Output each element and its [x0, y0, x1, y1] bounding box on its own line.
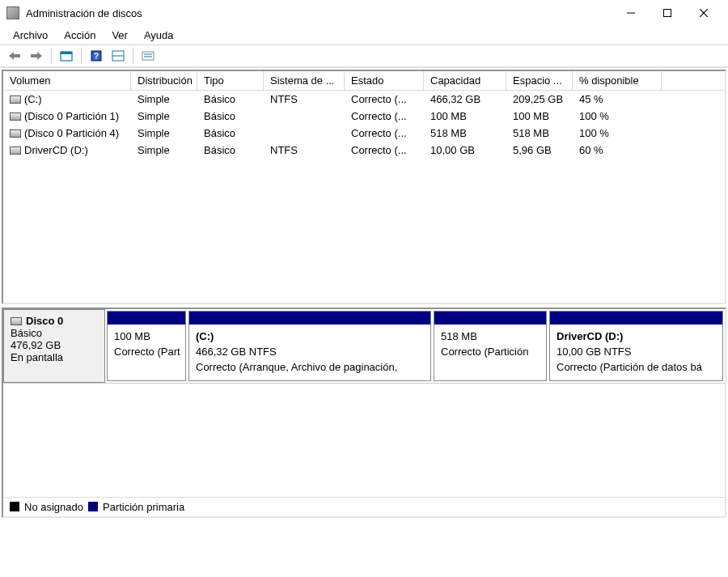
minimize-button[interactable]	[612, 1, 649, 25]
volume-icon	[10, 146, 21, 155]
col-status[interactable]: Estado	[345, 71, 424, 90]
volume-fs: NTFS	[264, 142, 345, 159]
volume-capacity: 10,00 GB	[424, 142, 506, 159]
menu-file[interactable]: Archivo	[5, 28, 56, 43]
partition-status: Correcto (Partición de datos bá	[557, 361, 702, 373]
toolbar: ?	[0, 45, 728, 68]
forward-arrow-icon	[31, 52, 42, 60]
volume-free: 100 MB	[506, 108, 573, 125]
toolbar-separator	[81, 48, 82, 64]
volume-layout: Simple	[131, 125, 197, 142]
menu-action[interactable]: Acción	[56, 28, 104, 43]
volume-type: Básico	[197, 125, 264, 142]
partition-size: 518 MB	[441, 330, 477, 342]
volume-type: Básico	[197, 91, 264, 108]
svg-rect-1	[663, 10, 671, 17]
volume-percent: 60 %	[573, 142, 662, 159]
col-free[interactable]: Espacio ...	[506, 71, 573, 90]
volume-layout: Simple	[131, 142, 197, 159]
volume-row[interactable]: (Disco 0 Partición 1)SimpleBásicoCorrect…	[3, 108, 725, 125]
menu-bar: Archivo Acción Ver Ayuda	[0, 26, 728, 45]
close-icon	[700, 9, 708, 17]
volume-icon	[10, 95, 21, 104]
partition-cap	[550, 312, 722, 325]
col-capacity[interactable]: Capacidad	[424, 71, 506, 90]
view-button-1[interactable]	[108, 47, 128, 65]
toolbar-separator	[51, 48, 52, 64]
partition[interactable]: 100 MBCorrecto (Part	[107, 311, 186, 381]
volume-free: 209,25 GB	[506, 91, 573, 108]
partition[interactable]: (C:)466,32 GB NTFSCorrecto (Arranque, Ar…	[188, 311, 431, 381]
minimize-icon	[627, 9, 635, 17]
partition-size: 10,00 GB NTFS	[557, 346, 631, 358]
legend: No asignado Partición primaria	[3, 497, 725, 516]
partition[interactable]: DriverCD (D:)10,00 GB NTFSCorrecto (Part…	[549, 311, 723, 381]
legend-primary: Partición primaria	[103, 501, 184, 513]
volume-percent: 100 %	[573, 125, 662, 142]
disk-info[interactable]: Disco 0 Básico 476,92 GB En pantalla	[3, 309, 105, 383]
partition-title: (C:)	[196, 330, 214, 342]
col-type[interactable]: Tipo	[197, 71, 264, 90]
properties-icon	[60, 50, 73, 62]
help-button[interactable]: ?	[87, 47, 106, 65]
volume-name: (Disco 0 Partición 4)	[24, 127, 119, 139]
empty-space	[3, 384, 725, 497]
col-filesystem[interactable]: Sistema de ...	[264, 71, 345, 90]
volume-capacity: 466,32 GB	[424, 91, 506, 108]
volume-row[interactable]: (Disco 0 Partición 4)SimpleBásicoCorrect…	[3, 125, 725, 142]
svg-marker-4	[9, 52, 20, 60]
legend-unallocated: No asignado	[24, 501, 83, 513]
partition-status: Correcto (Partición	[441, 346, 528, 358]
maximize-button[interactable]	[649, 1, 685, 25]
disk-row: Disco 0 Básico 476,92 GB En pantalla 100…	[3, 309, 725, 384]
disk-size: 476,92 GB	[11, 339, 98, 351]
disk-graphic-pane: Disco 0 Básico 476,92 GB En pantalla 100…	[2, 308, 726, 518]
volume-status: Correcto (...	[345, 142, 424, 159]
help-icon: ?	[90, 50, 103, 62]
panel-icon	[112, 50, 125, 62]
volume-percent: 100 %	[573, 108, 662, 125]
col-volume[interactable]: Volumen	[3, 71, 131, 90]
volume-capacity: 100 MB	[424, 108, 506, 125]
volume-percent: 45 %	[573, 91, 662, 108]
volume-name: DriverCD (D:)	[24, 144, 88, 156]
volume-icon	[10, 129, 21, 138]
toolbar-separator	[133, 48, 133, 64]
volume-status: Correcto (...	[345, 108, 424, 125]
back-button[interactable]	[5, 47, 24, 65]
forward-button[interactable]	[27, 47, 46, 65]
volume-icon	[10, 112, 21, 121]
volume-header-row: Volumen Distribución Tipo Sistema de ...…	[3, 71, 725, 91]
disk-type: Básico	[11, 327, 98, 339]
col-percent[interactable]: % disponible	[573, 71, 662, 90]
svg-marker-5	[31, 52, 42, 60]
volume-type: Básico	[197, 108, 264, 125]
partition-cap	[434, 312, 546, 325]
volume-status: Correcto (...	[345, 125, 424, 142]
properties-button[interactable]	[57, 47, 76, 65]
app-icon	[6, 6, 19, 19]
volume-layout: Simple	[131, 91, 197, 108]
maximize-icon	[663, 9, 671, 17]
volume-capacity: 518 MB	[424, 125, 506, 142]
view-button-2[interactable]	[138, 47, 158, 65]
close-button[interactable]	[685, 1, 722, 25]
volume-list[interactable]: Volumen Distribución Tipo Sistema de ...…	[2, 70, 726, 304]
disk-icon	[11, 317, 22, 325]
partition-status: Correcto (Arranque, Archivo de paginació…	[196, 361, 397, 373]
svg-text:?: ?	[94, 52, 99, 61]
partition-cap	[108, 312, 185, 325]
volume-status: Correcto (...	[345, 91, 424, 108]
volume-row[interactable]: (C:)SimpleBásicoNTFSCorrecto (...466,32 …	[3, 91, 725, 108]
menu-help[interactable]: Ayuda	[136, 28, 182, 43]
volume-fs	[264, 108, 345, 125]
volume-row[interactable]: DriverCD (D:)SimpleBásicoNTFSCorrecto (.…	[3, 142, 725, 159]
menu-view[interactable]: Ver	[104, 28, 136, 43]
partition-title: DriverCD (D:)	[557, 330, 623, 342]
window-title: Administración de discos	[26, 7, 612, 19]
svg-rect-12	[142, 52, 154, 60]
volume-layout: Simple	[131, 108, 197, 125]
col-layout[interactable]: Distribución	[131, 71, 197, 90]
volume-free: 518 MB	[506, 125, 573, 142]
partition[interactable]: 518 MBCorrecto (Partición	[434, 311, 547, 381]
